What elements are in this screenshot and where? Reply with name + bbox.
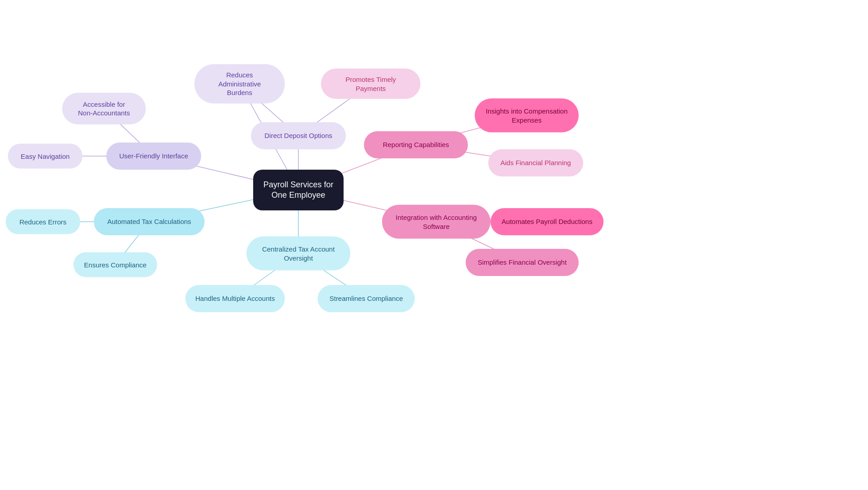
node-label-streamlines: Streamlines Compliance	[330, 294, 403, 303]
node-label-ensures-compliance: Ensures Compliance	[84, 260, 146, 269]
node-label-accessible: Accessible for Non-Accountants	[78, 100, 130, 118]
node-simplifies: Simplifies Financial Oversight	[466, 249, 579, 276]
node-streamlines: Streamlines Compliance	[318, 285, 415, 312]
node-label-direct-deposit: Direct Deposit Options	[264, 131, 332, 140]
mindmap-container: Payroll Services for One Employee Reduce…	[0, 0, 868, 490]
node-reduces-admin: Reduces Administrative Burdens	[194, 64, 285, 104]
node-label-automated-tax: Automated Tax Calculations	[107, 217, 191, 226]
node-label-reporting: Reporting Capabilities	[383, 140, 449, 149]
node-label-reduces-admin: Reduces Administrative Burdens	[204, 71, 275, 97]
node-direct-deposit: Direct Deposit Options	[251, 122, 346, 149]
node-promotes-timely: Promotes Timely Payments	[321, 69, 420, 99]
node-label-user-friendly: User-Friendly Interface	[119, 152, 189, 161]
center-node-label: Payroll Services for One Employee	[263, 180, 334, 201]
node-label-easy-nav: Easy Navigation	[21, 152, 70, 161]
node-label-integration: Integration with Accounting Software	[396, 213, 476, 231]
center-node: Payroll Services for One Employee	[253, 170, 344, 210]
node-label-handles-multiple: Handles Multiple Accounts	[195, 294, 275, 303]
node-label-centralized-tax: Centralized Tax Account Oversight	[262, 245, 335, 262]
node-label-simplifies: Simplifies Financial Oversight	[478, 258, 567, 267]
node-reporting: Reporting Capabilities	[364, 131, 468, 158]
node-automates: Automates Payroll Deductions	[491, 208, 604, 235]
node-label-promotes-timely: Promotes Timely Payments	[331, 75, 410, 93]
node-easy-nav: Easy Navigation	[8, 144, 83, 169]
connections-svg	[0, 0, 868, 490]
node-reduces-errors: Reduces Errors	[6, 209, 80, 234]
node-label-automates: Automates Payroll Deductions	[502, 217, 593, 226]
node-automated-tax: Automated Tax Calculations	[94, 208, 205, 235]
node-aids-financial: Aids Financial Planning	[488, 149, 583, 176]
node-user-friendly: User-Friendly Interface	[106, 143, 201, 170]
node-label-insights: Insights into Compensation Expenses	[486, 107, 568, 124]
node-label-reduces-errors: Reduces Errors	[19, 217, 66, 226]
node-label-aids-financial: Aids Financial Planning	[500, 158, 571, 167]
node-handles-multiple: Handles Multiple Accounts	[185, 285, 285, 312]
node-ensures-compliance: Ensures Compliance	[74, 252, 157, 277]
node-insights: Insights into Compensation Expenses	[475, 99, 579, 133]
node-centralized-tax: Centralized Tax Account Oversight	[246, 237, 350, 271]
node-integration: Integration with Accounting Software	[382, 205, 491, 239]
node-accessible: Accessible for Non-Accountants	[62, 93, 146, 124]
